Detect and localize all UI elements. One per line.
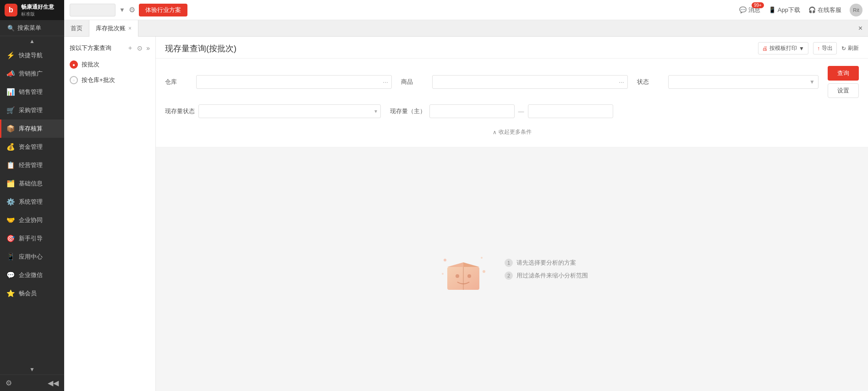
tab-close-icon[interactable]: × [128,25,132,32]
stock-qty-filter-group: 现存量（主） — [390,104,613,118]
settings-btn[interactable]: 设置 [828,83,859,98]
inactive-schema-dot: ○ [70,76,78,84]
page-header: 现存量查询(按批次) 🖨 按模板打印 ▼ ↑ 导出 ↻ 刷新 [156,37,868,59]
app-title: 畅康通好生意 [21,3,60,11]
sidebar-item-app-center[interactable]: 📱 应用中心 [0,248,64,266]
sidebar-item-label: 企业微信 [19,271,43,279]
schema-item-by-batch[interactable]: ● 按批次 [64,57,155,72]
product-filter-group: 商品 ··· [401,75,628,89]
close-all-tabs-btn[interactable]: × [853,24,868,33]
member-icon: ⭐ [6,289,15,298]
system-icon: ⚙️ [6,197,15,206]
notifications-btn[interactable]: 💬 消息 99+ [739,6,760,14]
sidebar-item-label: 新手引导 [19,234,43,243]
stock-status-filter-group: 现存量状态 ▾ [165,104,381,118]
sidebar-item-quick-nav[interactable]: ⚡ 快捷导航 [0,46,64,65]
svg-point-7 [481,257,483,259]
refresh-btn[interactable]: ↻ 刷新 [841,44,859,52]
warehouse-filter-group: 仓库 ··· [165,75,392,89]
message-icon: 💬 [739,6,747,13]
sidebar-item-label: 系统管理 [19,198,43,206]
stock-status-select[interactable] [198,104,381,118]
sidebar-item-marketing[interactable]: 📣 营销推广 [0,65,64,83]
tab-inventory-batch[interactable]: 库存批次账 × [89,20,138,37]
sidebar-item-label: 采购管理 [19,106,43,114]
product-input[interactable] [432,75,628,89]
sidebar: b 畅康通好生意 标准版 🔍 搜索菜单 ▲ ⚡ 快捷导航 📣 营销推广 📊 销售… [0,0,64,391]
print-template-label: 按模板打印 [769,44,797,52]
tip-text-2: 用过滤条件来缩小分析范围 [516,272,588,280]
sidebar-item-enterprise-wx[interactable]: 💬 企业微信 [0,266,64,284]
stock-status-label: 现存量状态 [165,107,195,115]
settings-icon[interactable]: ⚙ [5,379,12,387]
status-select-wrapper: ▼ [668,75,819,89]
warehouse-input[interactable] [196,75,392,89]
sidebar-item-operation[interactable]: 📋 经营管理 [0,156,64,174]
quick-nav-icon: ⚡ [6,51,15,60]
app-download-btn[interactable]: 📱 App下载 [769,6,800,14]
sidebar-item-basic[interactable]: 🗂️ 基础信息 [0,174,64,193]
topbar-dropdown[interactable] [70,4,115,16]
sidebar-item-system[interactable]: ⚙️ 系统管理 [0,193,64,211]
stock-status-select-wrapper: ▾ [198,104,381,118]
sidebar-item-label: 销售管理 [19,88,43,96]
product-more-icon[interactable]: ··· [619,78,624,86]
topbar-settings-icon[interactable]: ⚙ [129,5,135,14]
add-schema-icon[interactable]: ＋ [127,44,133,52]
warehouse-field-wrapper: ··· [196,75,392,89]
sidebar-search-label: 搜索菜单 [17,24,41,32]
collapse-panel-icon[interactable]: » [146,44,150,52]
empty-state: 1 请先选择要分析的方案 2 用过滤条件来缩小分析范围 [156,147,868,391]
app-center-icon: 📱 [6,252,15,261]
topbar-dropdown-chevron-icon[interactable]: ▼ [119,6,125,13]
product-label: 商品 [401,78,429,86]
user-profile-btn[interactable]: Rit [850,4,863,16]
schema-settings-icon[interactable]: ⊙ [137,44,143,52]
app-subtitle: 标准版 [21,11,60,17]
active-schema-dot: ● [70,60,78,69]
sidebar-item-enterprise[interactable]: 🤝 企业协同 [0,211,64,229]
query-btn[interactable]: 查询 [828,66,859,81]
stock-qty-max-input[interactable] [528,104,613,118]
empty-tip-2: 2 用过滤条件来缩小分析范围 [505,272,588,280]
collapse-sidebar-icon[interactable]: ◀◀ [48,379,59,387]
app-download-label: App下载 [778,6,800,14]
sidebar-item-label: 营销推广 [19,70,43,78]
sidebar-item-finance[interactable]: 💰 资金管理 [0,138,64,156]
export-icon: ↑ [817,45,820,52]
sidebar-footer: ⚙ ◀◀ [0,375,64,391]
sidebar-item-inventory[interactable]: 📦 库存核算 [0,119,64,138]
refresh-icon: ↻ [841,45,846,52]
sidebar-scroll-up-btn[interactable]: ▲ [0,36,64,46]
left-panel-icons: ＋ ⊙ » [127,44,150,52]
stock-qty-min-input[interactable] [429,104,515,118]
print-icon: 🖨 [762,45,768,52]
industry-solution-btn[interactable]: 体验行业方案 [139,4,187,16]
tab-home[interactable]: 首页 [64,20,89,37]
sidebar-scroll-down-btn[interactable]: ▼ [0,364,64,375]
sidebar-item-purchase[interactable]: 🛒 采购管理 [0,101,64,119]
sidebar-item-sales[interactable]: 📊 销售管理 [0,83,64,101]
sidebar-item-label: 资金管理 [19,143,43,151]
stock-qty-label: 现存量（主） [390,107,426,115]
collapse-more-btn[interactable]: ∧ 收起更多条件 [165,125,859,140]
online-service-btn[interactable]: 🎧 在线客服 [808,6,841,14]
print-dropdown-icon[interactable]: ▼ [799,45,804,52]
sidebar-search[interactable]: 🔍 搜索菜单 [0,20,64,36]
left-panel: 按以下方案查询 ＋ ⊙ » ● 按批次 ○ 按仓库+批次 [64,37,156,391]
print-template-btn[interactable]: 🖨 按模板打印 ▼ [758,42,808,54]
tab-bar: 首页 库存批次账 × × [64,20,868,37]
phone-icon: 📱 [769,6,776,13]
warehouse-more-icon[interactable]: ··· [383,78,388,86]
status-select[interactable] [668,75,819,89]
tab-inventory-batch-label: 库存批次账 [96,24,126,33]
purchase-icon: 🛒 [6,106,15,115]
filter-row-2: 现存量状态 ▾ 现存量（主） — [165,104,859,118]
sidebar-item-label: 应用中心 [19,253,43,261]
refresh-label: 刷新 [848,44,859,52]
sidebar-item-newbie[interactable]: 🎯 新手引导 [0,229,64,248]
tab-home-label: 首页 [71,24,82,33]
sidebar-item-member[interactable]: ⭐ 畅会员 [0,284,64,303]
schema-item-by-warehouse-batch[interactable]: ○ 按仓库+批次 [64,72,155,88]
export-btn[interactable]: ↑ 导出 [813,42,837,54]
